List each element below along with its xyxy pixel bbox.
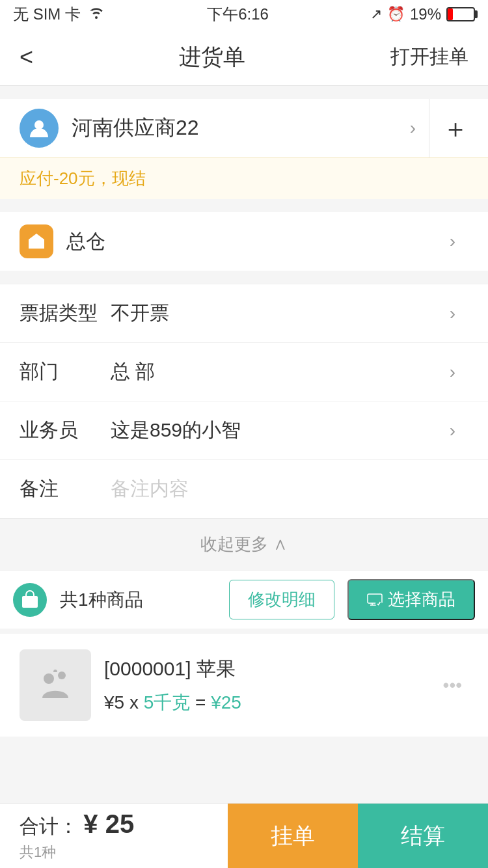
product-thumbnail (20, 649, 91, 721)
checkout-button[interactable]: 结算 (358, 804, 488, 869)
staff-value: 这是859的小智 (111, 417, 450, 444)
add-supplier-button[interactable]: ＋ (429, 99, 468, 157)
form-section: 票据类型 不开票 › 部门 总 部 › 业务员 这是859的小智 › 备注 备注… (0, 284, 488, 518)
qty-label: 5千克 (144, 692, 191, 712)
wifi-icon (87, 5, 105, 23)
hang-button[interactable]: 挂单 (228, 804, 358, 869)
bottom-bar: 合计： ¥ 25 共1种 挂单 结算 (0, 803, 488, 868)
carrier-label: 无 SIM 卡 (13, 4, 81, 25)
total-sub: 共1种 (20, 843, 208, 862)
svg-rect-2 (22, 596, 38, 608)
total-area: 合计： ¥ 25 共1种 (0, 809, 228, 862)
dept-value: 总 部 (111, 359, 450, 385)
product-icon (13, 583, 47, 617)
time-label: 下午6:16 (207, 4, 269, 25)
ticket-chevron-icon: › (450, 303, 455, 324)
warehouse-row[interactable]: 总仓 › (0, 212, 488, 271)
nav-bar: < 进货单 打开挂单 (0, 29, 488, 86)
total-label: ¥25 (211, 692, 241, 712)
edit-detail-button[interactable]: 修改明细 (229, 580, 334, 619)
note-row[interactable]: 备注 备注内容 (0, 459, 488, 518)
product-item: [0000001] 苹果 ¥5 x 5千克 = ¥25 ••• (0, 629, 488, 737)
total-amount: ¥ 25 (83, 809, 134, 838)
status-left: 无 SIM 卡 (13, 4, 105, 25)
supplier-section: 河南供应商22 › ＋ 应付-20元，现结 (0, 99, 488, 199)
svg-rect-1 (33, 243, 40, 249)
product-header: 共1种商品 修改明细 选择商品 (0, 570, 488, 629)
product-count-label: 共1种商品 (60, 588, 216, 612)
select-product-button[interactable]: 选择商品 (347, 579, 475, 620)
ticket-type-value: 不开票 (111, 300, 450, 327)
ticket-type-row[interactable]: 票据类型 不开票 › (0, 284, 488, 342)
collapse-label: 收起更多 ∧ (200, 533, 287, 556)
back-button[interactable]: < (20, 44, 33, 71)
svg-point-5 (44, 673, 54, 684)
total-row: 合计： ¥ 25 (20, 809, 208, 840)
product-code: [0000001] 苹果 (104, 658, 236, 679)
dept-label: 部门 (20, 359, 98, 385)
alarm-icon: ⏰ (387, 6, 405, 23)
battery-pct-label: 19% (410, 5, 441, 23)
page-title: 进货单 (179, 42, 245, 72)
product-price: ¥5 x 5千克 = ¥25 (104, 690, 424, 715)
note-label: 备注 (20, 476, 98, 502)
gap-1 (0, 86, 488, 99)
warehouse-chevron-icon: › (450, 231, 455, 252)
supplier-notice: 应付-20元，现结 (0, 157, 488, 199)
product-name: [0000001] 苹果 (104, 656, 424, 683)
price-label: ¥5 x (104, 692, 144, 712)
note-input[interactable]: 备注内容 (111, 476, 468, 502)
dept-chevron-icon: › (450, 362, 455, 383)
warehouse-icon (20, 224, 53, 258)
staff-label: 业务员 (20, 417, 98, 444)
warehouse-section: 总仓 › (0, 212, 488, 271)
product-info: [0000001] 苹果 ¥5 x 5千克 = ¥25 (104, 656, 424, 715)
svg-point-6 (58, 671, 66, 679)
supplier-name: 河南供应商22 (72, 114, 410, 142)
warehouse-name: 总仓 (66, 228, 450, 255)
supplier-avatar (20, 109, 59, 148)
battery-icon (446, 7, 475, 21)
open-hang-button[interactable]: 打开挂单 (390, 44, 468, 70)
ticket-type-label: 票据类型 (20, 300, 98, 327)
select-product-label: 选择商品 (388, 588, 455, 611)
battery-tip (475, 10, 478, 18)
gap-2 (0, 199, 488, 212)
collapse-bar[interactable]: 收起更多 ∧ (0, 518, 488, 570)
status-bar: 无 SIM 卡 下午6:16 ↗ ⏰ 19% (0, 0, 488, 29)
chevron-right-icon: › (410, 118, 416, 139)
staff-row[interactable]: 业务员 这是859的小智 › (0, 401, 488, 459)
staff-chevron-icon: › (450, 420, 455, 441)
more-options-button[interactable]: ••• (437, 668, 468, 702)
gap-3 (0, 271, 488, 284)
status-right: ↗ ⏰ 19% (370, 5, 475, 23)
supplier-row[interactable]: 河南供应商22 › ＋ (0, 99, 488, 157)
total-label: 合计： (20, 815, 78, 837)
battery-fill (448, 8, 453, 20)
location-icon: ↗ (370, 6, 382, 23)
equals-label: = (190, 692, 211, 712)
svg-point-0 (34, 120, 44, 129)
dept-row[interactable]: 部门 总 部 › (0, 342, 488, 401)
